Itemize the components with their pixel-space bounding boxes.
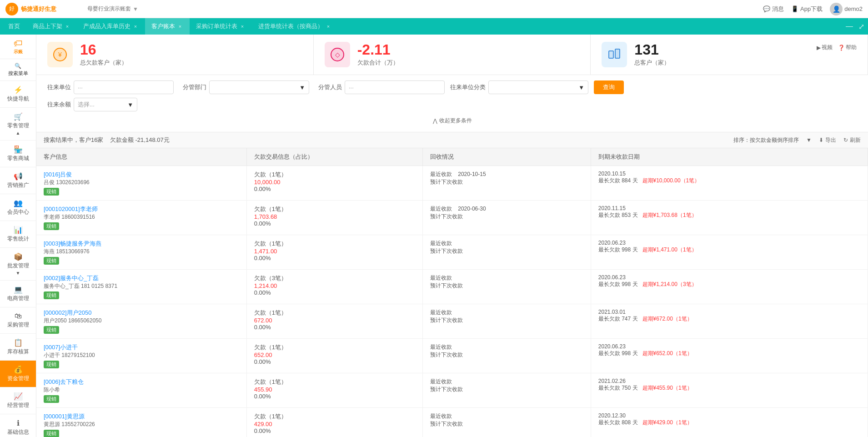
last-collection-label: 最近收款 2020-06-30	[430, 205, 583, 213]
tab-purchase-close[interactable]: ×	[239, 23, 246, 30]
search-button[interactable]: 查询	[594, 80, 624, 94]
th-due-date: 到期未收款日期	[591, 148, 868, 166]
debt-info-cell: 欠款（1笔） 429.00 0.00%	[246, 408, 422, 437]
manager-label: 分管人员	[315, 83, 342, 91]
sidebar-item-retail-mgmt[interactable]: 🛒 零售管理 ▲	[0, 108, 36, 141]
customer-name-link[interactable]: [0001020001]李老师	[44, 205, 239, 213]
tab-goods[interactable]: 商品上下架 ×	[26, 18, 77, 35]
customer-phone: 陈小希	[44, 386, 239, 394]
overdue-amount-link[interactable]: 超期¥429.00（1笔）	[642, 419, 692, 426]
customer-info-cell: [000001]黄思源 黄思源 13552700226 现销	[36, 408, 246, 437]
refresh-button[interactable]: ↻ 刷新	[843, 136, 861, 144]
customer-name-link[interactable]: [000001]黄思源	[44, 412, 239, 421]
next-collection-label: 预计下次收款	[430, 420, 583, 428]
sidebar-item-operation[interactable]: 📈 经营管理	[0, 387, 36, 414]
tab-minimize-icon[interactable]: —	[844, 20, 855, 33]
top-bar-right: 💬 消息 📱 App下载 👤 demo2	[763, 3, 863, 15]
tab-product[interactable]: 产成品入库单历史 ×	[77, 18, 145, 35]
stat-card-total-customers: 131 总客户（家） ▶ 视频 ❓ 帮助	[591, 35, 868, 75]
balance-select[interactable]: 选择... ▼	[74, 98, 137, 111]
customer-name-link[interactable]: [000002]用户2050	[44, 309, 239, 317]
tab-bar-actions: — ⤢	[844, 20, 866, 33]
customer-name-link[interactable]: [0003]畅捷服务尹海燕	[44, 240, 239, 248]
table-row: [0003]畅捷服务尹海燕 海燕 18513066976 现销 欠款（1笔） 1…	[36, 235, 868, 270]
collapse-button[interactable]: ⋀ 收起更多条件	[44, 115, 861, 126]
debt-count: 欠款（1笔）	[254, 343, 415, 352]
sidebar-item-member[interactable]: 👥 会员中心	[0, 194, 36, 221]
debt-count: 欠款（1笔）	[254, 240, 415, 248]
customer-tag: 现销	[44, 430, 59, 437]
sidebar-item-ecommerce[interactable]: 💻 电商管理	[0, 281, 36, 307]
debt-info-cell: 欠款（1笔） 652.00 0.00%	[246, 339, 422, 373]
due-date: 2020.12.30	[598, 412, 860, 419]
stat-label-debt-customers: 总欠款客户（家）	[80, 59, 302, 67]
collection-cell: 最近收款 预计下次收款	[422, 339, 591, 373]
sidebar-item-purchase[interactable]: 🛍 采购管理	[0, 307, 36, 334]
tab-inventory[interactable]: 进货单统计表（按商品） ×	[252, 18, 338, 35]
sort-label: 排序：按欠款金额倒序排序	[733, 136, 799, 144]
overdue-amount-link[interactable]: 超期¥652.00（1笔）	[642, 350, 692, 357]
tab-inventory-close[interactable]: ×	[325, 23, 331, 30]
video-button[interactable]: ▶ 视频	[817, 44, 833, 51]
due-date: 2021.03.01	[598, 309, 860, 315]
tab-goods-label: 商品上下架	[33, 22, 62, 30]
customer-phone: 吕俊 13026203696	[44, 179, 239, 186]
customer-name-link[interactable]: [0016]吕俊	[44, 171, 239, 179]
collection-cell: 最近收款 2020-10-15 预计下次收款	[422, 166, 591, 201]
debt-amount: 429.00	[254, 421, 415, 427]
sidebar-item-marketing[interactable]: 📢 营销推广	[0, 167, 36, 194]
sidebar-item-basic-info[interactable]: ℹ 基础信息	[0, 414, 36, 437]
overdue-amount-link[interactable]: 超期¥1,214.00（3笔）	[642, 281, 697, 287]
account-dropdown-icon[interactable]: ▼	[133, 6, 138, 12]
sidebar-item-retail-mall[interactable]: 🏪 零售商城	[0, 141, 36, 167]
last-collection-label: 最近收款	[430, 274, 583, 282]
manager-input[interactable]: ···	[345, 80, 445, 94]
customer-name-link[interactable]: [0006]去下粮仓	[44, 378, 239, 386]
stat-card-debt-amount: ◇ -2.11 欠款合计（万）	[314, 35, 591, 75]
debt-amount: 1,471.00	[254, 248, 415, 255]
debt-percent: 0.00%	[254, 393, 415, 400]
sidebar-item-batch-mgmt[interactable]: 📦 批发管理 ▼	[0, 248, 36, 281]
sidebar-item-search[interactable]: 🔍 搜索菜单	[0, 59, 36, 81]
overdue-amount-link[interactable]: 超期¥672.00（1笔）	[642, 316, 692, 322]
tab-home[interactable]: 首页	[2, 18, 26, 35]
overdue-amount-link[interactable]: 超期¥10,000.00（1笔）	[642, 177, 700, 184]
tab-purchase[interactable]: 采购订单统计表 ×	[190, 18, 252, 35]
last-collection-label: 最近收款	[430, 309, 583, 316]
customer-name-link[interactable]: [0007]小进干	[44, 343, 239, 352]
tab-goods-close[interactable]: ×	[64, 23, 70, 30]
debt-info-cell: 欠款（1笔） 672.00 0.00%	[246, 304, 422, 339]
svg-rect-4	[609, 51, 613, 58]
sidebar-item-inventory[interactable]: 📋 库存核算	[0, 334, 36, 361]
app-download-button[interactable]: 📱 App下载	[791, 5, 823, 13]
sidebar-item-retail-stat[interactable]: 📊 零售统计	[0, 221, 36, 248]
sidebar-item-quicknav[interactable]: ⚡ 快捷导航	[0, 81, 36, 108]
department-select[interactable]: ▼	[209, 80, 309, 94]
help-button[interactable]: ❓ 帮助	[838, 44, 857, 51]
tab-customer[interactable]: 客户账本 ×	[145, 18, 190, 35]
overdue-amount-link[interactable]: 超期¥1,471.00（1笔）	[642, 246, 697, 253]
source-unit-input[interactable]: ···	[74, 80, 174, 94]
retail-mgmt-arrow-icon: ▲	[16, 131, 20, 136]
result-bar: 搜索结果中，客户16家 欠款金额 -21,148.07元 排序：按欠款金额倒序排…	[36, 132, 868, 148]
sidebar-item-finance[interactable]: 💰 资金管理	[0, 361, 36, 387]
message-button[interactable]: 💬 消息	[763, 5, 784, 13]
tab-customer-close[interactable]: ×	[177, 23, 183, 30]
refresh-icon: ↻	[843, 137, 848, 143]
unit-category-select[interactable]: ▼	[488, 80, 588, 94]
result-actions: 排序：按欠款金额倒序排序 ▼ ⬇ 导出 ↻ 刷新	[733, 136, 861, 144]
user-menu[interactable]: 👤 demo2	[830, 3, 863, 15]
overdue-amount-link[interactable]: 超期¥455.90（1笔）	[642, 385, 692, 391]
sort-dropdown-icon[interactable]: ▼	[806, 137, 812, 143]
due-date: 2020.06.23	[598, 240, 860, 246]
overdue-amount-link[interactable]: 超期¥1,703.68（1笔）	[642, 212, 697, 218]
svg-text:◇: ◇	[335, 51, 340, 58]
customer-phone: 服务中心_丁磊 181 0125 8371	[44, 282, 239, 290]
tab-product-close[interactable]: ×	[132, 23, 139, 30]
customer-info-cell: [0002]服务中心_丁磊 服务中心_丁磊 181 0125 8371 现销	[36, 270, 246, 304]
customer-name-link[interactable]: [0002]服务中心_丁磊	[44, 274, 239, 282]
stat-number-debt-customers: 16	[80, 42, 302, 57]
tab-maximize-icon[interactable]: ⤢	[857, 20, 866, 33]
sidebar-inventory-label: 库存核算	[7, 348, 29, 356]
export-button[interactable]: ⬇ 导出	[819, 136, 836, 144]
